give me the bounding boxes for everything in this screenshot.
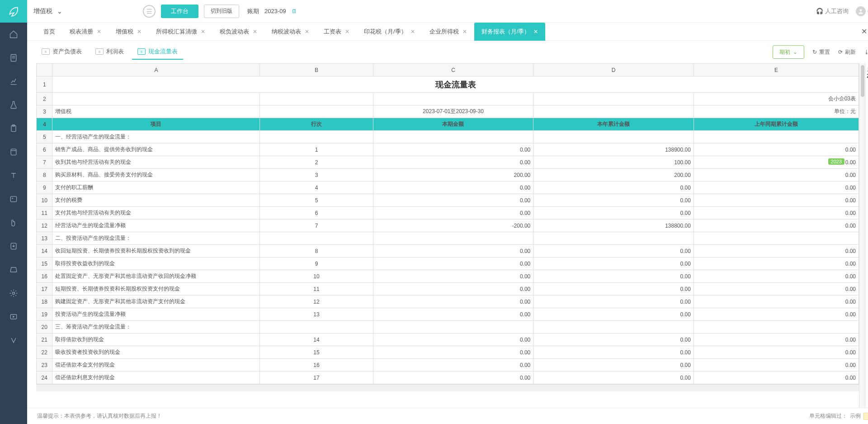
cell[interactable]: 0.00 bbox=[373, 308, 533, 321]
nav-v[interactable] bbox=[0, 329, 27, 352]
cell[interactable]: 会小企03表 bbox=[693, 93, 859, 105]
header-cell[interactable]: 项目 bbox=[52, 118, 260, 131]
cell[interactable] bbox=[533, 131, 694, 143]
subtab-资产负债表[interactable]: ≡资产负债表 bbox=[36, 44, 87, 60]
tab-税负波动表[interactable]: 税负波动表✕ bbox=[212, 23, 264, 41]
cell[interactable]: 0.00 bbox=[693, 143, 859, 156]
nav-hand[interactable] bbox=[0, 211, 27, 234]
cell[interactable]: 16 bbox=[260, 359, 373, 372]
cell[interactable]: 100.00 bbox=[533, 156, 694, 169]
cell[interactable]: 9 bbox=[260, 257, 373, 270]
cell[interactable] bbox=[373, 131, 533, 143]
row-header[interactable]: 6 bbox=[37, 143, 52, 156]
spreadsheet[interactable]: ABCDE1现金流量表2会小企03表3增值税2023-07-01至2023-09… bbox=[36, 63, 859, 408]
tab-工资表[interactable]: 工资表✕ bbox=[316, 23, 357, 41]
cell[interactable]: 购买原材料、商品、接受劳务支付的现金 bbox=[52, 169, 260, 181]
cell[interactable]: 支付的职工薪酬 bbox=[52, 181, 260, 194]
cell[interactable]: 0.00 bbox=[693, 308, 859, 321]
cell[interactable]: 0.00 bbox=[693, 359, 859, 372]
cell[interactable]: 购建固定资产、无形资产和其他非流动资产支付的现金 bbox=[52, 295, 260, 308]
cell[interactable]: 12 bbox=[260, 295, 373, 308]
cell[interactable]: 单位：元 bbox=[693, 105, 859, 118]
cell[interactable]: 0.00 bbox=[533, 257, 694, 270]
row-header[interactable]: 9 bbox=[37, 181, 52, 194]
cell[interactable] bbox=[533, 321, 694, 333]
tab-税表清册[interactable]: 税表清册✕ bbox=[62, 23, 108, 41]
calendar-icon[interactable]: 🗓 bbox=[292, 8, 297, 14]
cell[interactable]: 取得借款收到的现金 bbox=[52, 333, 260, 346]
cell[interactable]: 2023-07-01至2023-09-30 bbox=[373, 105, 533, 118]
col-header[interactable]: A bbox=[52, 64, 260, 76]
cell[interactable]: 0.00 bbox=[533, 245, 694, 257]
cell[interactable] bbox=[533, 105, 694, 118]
nav-export[interactable] bbox=[0, 234, 27, 258]
cell[interactable]: 3 bbox=[260, 169, 373, 181]
row-header[interactable]: 20 bbox=[37, 321, 52, 333]
scroll-thumb[interactable] bbox=[861, 65, 864, 97]
cell[interactable]: 偿还借款本金支付的现金 bbox=[52, 359, 260, 372]
close-icon[interactable]: ✕ bbox=[97, 29, 101, 35]
cell[interactable] bbox=[533, 232, 694, 245]
row-header[interactable]: 18 bbox=[37, 295, 52, 308]
cell[interactable]: 0.00 bbox=[533, 181, 694, 194]
cell[interactable]: 0.00 bbox=[693, 169, 859, 181]
cell[interactable] bbox=[693, 321, 859, 333]
close-icon[interactable]: ✕ bbox=[137, 29, 142, 35]
cell[interactable]: 0.00 bbox=[693, 194, 859, 207]
cell[interactable]: 销售产成品、商品、提供劳务收到的现金 bbox=[52, 143, 260, 156]
cell[interactable]: 0.00 bbox=[693, 245, 859, 257]
cell[interactable] bbox=[52, 93, 260, 105]
row-header[interactable]: 4 bbox=[37, 118, 52, 131]
corner-cell[interactable] bbox=[37, 64, 52, 76]
cell[interactable]: 13 bbox=[260, 308, 373, 321]
cell[interactable]: 0.00 bbox=[373, 194, 533, 207]
tabs-close-all[interactable]: ✕ bbox=[861, 27, 867, 36]
row-header[interactable]: 23 bbox=[37, 359, 52, 372]
tab-所得税汇算清缴[interactable]: 所得税汇算清缴✕ bbox=[149, 23, 212, 41]
cell[interactable]: 处置固定资产、无形资产和其他非流动资产收回的现金净额 bbox=[52, 270, 260, 283]
tab-企业所得税[interactable]: 企业所得税✕ bbox=[422, 23, 474, 41]
col-header[interactable]: E bbox=[693, 64, 859, 76]
cell[interactable]: 0.00 bbox=[693, 295, 859, 308]
cell[interactable]: 0.00 bbox=[533, 194, 694, 207]
cell[interactable] bbox=[373, 232, 533, 245]
header-cell[interactable]: 本期金额 bbox=[373, 118, 533, 131]
cell[interactable]: -200.00 bbox=[373, 219, 533, 232]
cell[interactable]: 0.00 bbox=[373, 245, 533, 257]
cell[interactable]: 偿还借款利息支付的现金 bbox=[52, 372, 260, 384]
cell[interactable]: 0.00 bbox=[693, 207, 859, 219]
nav-video[interactable] bbox=[0, 305, 27, 329]
row-header[interactable]: 14 bbox=[37, 245, 52, 257]
greyed-button[interactable]: ☰ bbox=[143, 5, 156, 18]
cell[interactable]: 17 bbox=[260, 372, 373, 384]
cell[interactable]: 支付的税费 bbox=[52, 194, 260, 207]
cell[interactable]: 0.00 bbox=[693, 372, 859, 384]
cell[interactable]: 0.00 bbox=[373, 333, 533, 346]
cell[interactable]: 0.00 bbox=[373, 270, 533, 283]
col-header[interactable]: B bbox=[260, 64, 373, 76]
subtab-利润表[interactable]: ≡利润表 bbox=[90, 44, 129, 60]
horizontal-scrollbar[interactable] bbox=[36, 384, 859, 391]
refresh-button[interactable]: ⟳刷新 bbox=[838, 48, 856, 56]
reset-button[interactable]: ↻重置 bbox=[812, 48, 830, 56]
header-cell[interactable]: 本年累计金额 bbox=[533, 118, 694, 131]
cell[interactable]: 15 bbox=[260, 346, 373, 359]
cell[interactable]: 0.00 bbox=[693, 346, 859, 359]
nav-home[interactable] bbox=[0, 23, 27, 46]
row-header[interactable]: 7 bbox=[37, 156, 52, 169]
cell[interactable]: 0.00 bbox=[373, 359, 533, 372]
cell[interactable] bbox=[693, 131, 859, 143]
cell[interactable] bbox=[260, 93, 373, 105]
cell[interactable]: 14 bbox=[260, 333, 373, 346]
close-icon[interactable]: ✕ bbox=[305, 29, 309, 35]
cell[interactable]: 三、筹资活动产生的现金流量： bbox=[52, 321, 260, 333]
cell[interactable]: 一、经营活动产生的现金流量： bbox=[52, 131, 260, 143]
close-icon[interactable]: ✕ bbox=[253, 29, 257, 35]
tab-纳税波动表[interactable]: 纳税波动表✕ bbox=[264, 23, 316, 41]
cell[interactable] bbox=[260, 105, 373, 118]
col-header[interactable]: C bbox=[373, 64, 533, 76]
close-icon[interactable]: ✕ bbox=[462, 29, 467, 35]
tab-财务报表（月/季）[interactable]: 财务报表（月/季）✕ bbox=[474, 23, 546, 41]
cell[interactable]: 10 bbox=[260, 270, 373, 283]
cell[interactable]: 投资活动产生的现金流量净额 bbox=[52, 308, 260, 321]
